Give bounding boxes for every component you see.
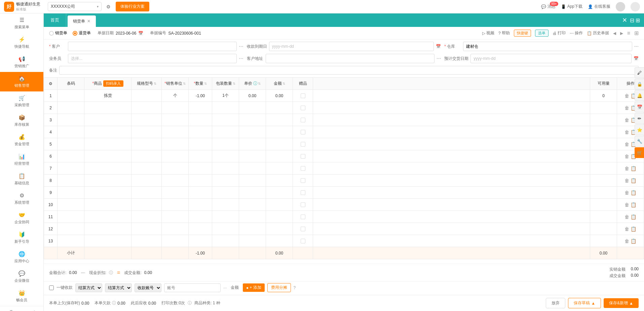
avatar[interactable] <box>616 2 625 11</box>
sidebar-bottom-settings[interactable]: ⚙ <box>9 309 13 311</box>
delete-row-icon-6[interactable]: 🗑 <box>624 154 629 159</box>
rs-btn-3[interactable]: 🔔 <box>635 90 644 101</box>
message-button[interactable]: 💬 消息 99+ <box>541 4 556 9</box>
sidebar-item-purchase[interactable]: 🛒 采购管理 <box>0 91 43 111</box>
save-new-button[interactable]: 保存&新增 ▲ <box>604 298 639 308</box>
total-owe-help-icon[interactable]: ⓘ <box>112 300 116 306</box>
video-action[interactable]: ▷ 视频 <box>482 30 494 36</box>
account-more-icon[interactable]: ··· <box>223 285 227 290</box>
customer-more-icon[interactable]: ··· <box>239 43 243 49</box>
nav-prev-icon[interactable]: ◀ <box>613 31 616 36</box>
avatar-dropdown[interactable] <box>631 2 640 11</box>
save-draft-dropdown-icon[interactable]: ▲ <box>591 301 595 306</box>
discard-button[interactable]: 放弃 <box>546 298 565 308</box>
delete-row-icon-13[interactable]: 🗑 <box>624 238 629 244</box>
fee-split-button[interactable]: 费用分摊 <box>267 283 291 292</box>
delete-row-icon-7[interactable]: 🗑 <box>624 166 629 171</box>
equals-icon[interactable]: = <box>117 270 120 276</box>
sidebar-item-member[interactable]: 👑 畅会员 <box>0 286 43 306</box>
delete-row-icon-11[interactable]: 🗑 <box>624 214 629 220</box>
rs-btn-2[interactable]: 🔒 <box>635 79 644 89</box>
tab-grid-icon[interactable]: ⊞ <box>636 17 640 24</box>
gift-checkbox-12[interactable] <box>301 227 305 231</box>
close-tab-icon[interactable]: ✕ <box>622 16 627 24</box>
operation-action[interactable]: ⋯ 操作 <box>570 30 583 36</box>
save-draft-button[interactable]: 保存草稿 ▲ <box>568 298 601 308</box>
select-action[interactable]: 选单 <box>535 30 548 37</box>
notes-input[interactable] <box>59 66 639 75</box>
help-action[interactable]: ? 帮助 <box>498 30 510 36</box>
trial-button[interactable]: 体验行业方案 <box>116 2 149 11</box>
warehouse-more-icon[interactable]: ··· <box>634 43 639 49</box>
rs-btn-8[interactable]: 🛒 <box>635 147 644 158</box>
tab-close-icon[interactable]: ✕ <box>87 19 90 24</box>
app-download-button[interactable]: 📱 App下载 <box>561 4 582 9</box>
due-date-input[interactable]: yyyy-mm-dd <box>269 42 434 51</box>
delete-row-icon-5[interactable]: 🗑 <box>624 142 629 147</box>
sidebar-item-search[interactable]: ☰ 搜索菜单 <box>0 13 43 33</box>
payment-method-select-2[interactable]: 结算方式 <box>105 283 132 292</box>
delete-row-icon-2[interactable]: 🗑 <box>624 105 629 111</box>
fee-split-help-icon[interactable]: ? <box>294 285 296 290</box>
payment-method-select[interactable]: 结算方式 <box>75 283 102 292</box>
rs-btn-7[interactable]: 🔧 <box>635 136 644 147</box>
delete-row-icon-3[interactable]: 🗑 <box>624 117 629 123</box>
rs-btn-5[interactable]: ✏ <box>635 113 644 124</box>
account-input[interactable] <box>164 283 221 292</box>
sidebar-item-basic[interactable]: 📋 基础信息 <box>0 169 43 189</box>
date-calendar-icon[interactable]: 📅 <box>138 31 143 36</box>
unit-sort-icon[interactable]: ⇅ <box>183 82 186 85</box>
settings-button[interactable]: ⚙ <box>104 2 113 11</box>
sidebar-item-enterprise[interactable]: 🤝 企业协同 <box>0 208 43 228</box>
grid-view-icon[interactable]: ⊞ <box>634 30 639 36</box>
copy-row-icon-11[interactable]: 📋 <box>631 214 636 220</box>
sidebar-item-appstore[interactable]: 🌐 应用中心 <box>0 247 43 267</box>
gift-checkbox-8[interactable] <box>301 178 305 183</box>
rs-btn-4[interactable]: 📅 <box>635 102 644 112</box>
copy-row-icon-13[interactable]: 📋 <box>631 238 636 244</box>
gift-checkbox-3[interactable] <box>301 118 305 122</box>
rs-btn-6[interactable]: ⭐ <box>635 124 644 135</box>
customer-address-more-icon[interactable]: ··· <box>437 55 441 62</box>
qty-sort-icon[interactable]: ⇅ <box>204 82 207 85</box>
due-date-calendar-icon[interactable]: 📅 <box>436 44 441 49</box>
price-sort-icon[interactable]: ⇅ <box>258 82 261 85</box>
salesperson-more-icon[interactable]: ··· <box>239 55 243 62</box>
sidebar-item-system[interactable]: ⚙ 系统管理 <box>0 189 43 208</box>
list-view-icon[interactable]: ≡ <box>627 30 630 36</box>
tab-sales-order[interactable]: 销货单 ✕ <box>68 15 96 27</box>
customer-address-input[interactable] <box>266 54 434 63</box>
sidebar-item-marketing[interactable]: 📢 营销推广 <box>0 52 43 72</box>
gift-checkbox-5[interactable] <box>301 142 305 147</box>
account-select[interactable]: 收款账号 <box>135 283 161 292</box>
sidebar-item-guide[interactable]: 🔰 新手引导 <box>0 228 43 247</box>
unit-price-info-icon[interactable]: ⓘ <box>253 81 257 86</box>
pack-sort-icon[interactable]: ⇅ <box>233 82 235 85</box>
gift-checkbox-6[interactable] <box>301 154 305 159</box>
print-action[interactable]: 🖨 打印 <box>553 30 566 36</box>
copy-row-icon-9[interactable]: 📋 <box>631 190 636 195</box>
sidebar-collapse-button[interactable]: ◀ <box>31 309 35 311</box>
shortcut-action[interactable]: 快捷键 <box>514 30 531 37</box>
gift-checkbox-1[interactable] <box>301 93 305 98</box>
warehouse-input[interactable]: 建材仓 <box>463 42 632 51</box>
gift-checkbox-7[interactable] <box>301 166 305 171</box>
rs-btn-1[interactable]: 🖊 <box>635 67 644 78</box>
scan-button[interactable]: 扫码录入 <box>103 80 123 87</box>
sidebar-item-sales[interactable]: 🏠 销售管理 <box>0 72 43 91</box>
gift-checkbox-2[interactable] <box>301 106 305 110</box>
delete-row-icon-12[interactable]: 🗑 <box>624 226 629 232</box>
one-click-payment-checkbox[interactable] <box>49 285 54 290</box>
th-settings[interactable]: ⚙ <box>44 78 58 90</box>
gift-checkbox-9[interactable] <box>301 190 305 195</box>
amount-sort-icon[interactable]: ⇅ <box>282 82 285 85</box>
gift-checkbox-11[interactable] <box>301 215 305 219</box>
radio-sales[interactable]: 销货单 <box>49 30 67 36</box>
gift-checkbox-10[interactable] <box>301 202 305 207</box>
delete-row-icon-10[interactable]: 🗑 <box>624 202 629 207</box>
online-service-button[interactable]: 👤 在线客服 <box>588 4 610 9</box>
product-count-icon[interactable]: ⓘ <box>188 300 192 306</box>
cash-discount-help-icon[interactable]: ⓘ <box>109 270 113 276</box>
radio-return[interactable]: 退货单 <box>73 30 91 36</box>
gift-checkbox-13[interactable] <box>301 239 305 243</box>
